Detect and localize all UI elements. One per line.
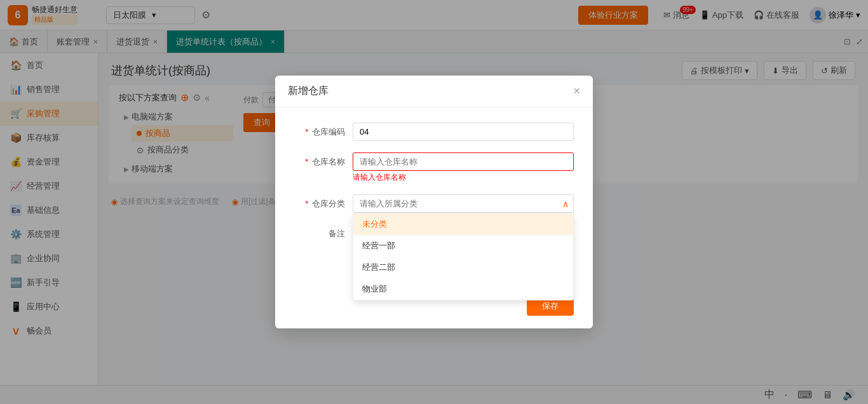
name-label: * 仓库名称	[294, 152, 345, 168]
modal-body: * 仓库编码 * 仓库名称 请输入仓库名称	[275, 107, 593, 289]
note-label: 备注	[294, 224, 345, 239]
name-error-msg: 请输入仓库名称	[353, 172, 574, 183]
dropdown-item-dept3[interactable]: 物业部	[353, 278, 573, 300]
warehouse-category-row: * 仓库分类 ∧ 未分类 经营一部 经营二部 物业部	[294, 194, 574, 213]
category-dropdown: 未分类 经营一部 经营二部 物业部	[353, 213, 574, 300]
code-wrapper	[353, 123, 574, 141]
modal-overlay: 新增仓库 × * 仓库编码 * 仓库名称	[0, 0, 868, 404]
category-arrow-icon[interactable]: ∧	[562, 199, 569, 209]
modal-close-button[interactable]: ×	[573, 84, 580, 98]
modal-header: 新增仓库 ×	[275, 76, 593, 107]
new-warehouse-modal: 新增仓库 × * 仓库编码 * 仓库名称	[275, 76, 593, 328]
dropdown-item-dept2[interactable]: 经营二部	[353, 257, 573, 278]
dropdown-item-dept1[interactable]: 经营一部	[353, 235, 573, 257]
category-wrapper: ∧ 未分类 经营一部 经营二部 物业部	[353, 194, 574, 213]
warehouse-code-row: * 仓库编码	[294, 123, 574, 141]
warehouse-name-input[interactable]	[353, 152, 574, 171]
warehouse-name-row: * 仓库名称 请输入仓库名称	[294, 152, 574, 183]
category-label: * 仓库分类	[294, 194, 345, 210]
warehouse-code-input[interactable]	[353, 123, 574, 141]
modal-title: 新增仓库	[288, 84, 329, 98]
name-wrapper: 请输入仓库名称	[353, 152, 574, 183]
warehouse-category-input[interactable]	[353, 194, 574, 213]
code-label: * 仓库编码	[294, 123, 345, 138]
dropdown-item-uncategorized[interactable]: 未分类	[353, 213, 573, 235]
